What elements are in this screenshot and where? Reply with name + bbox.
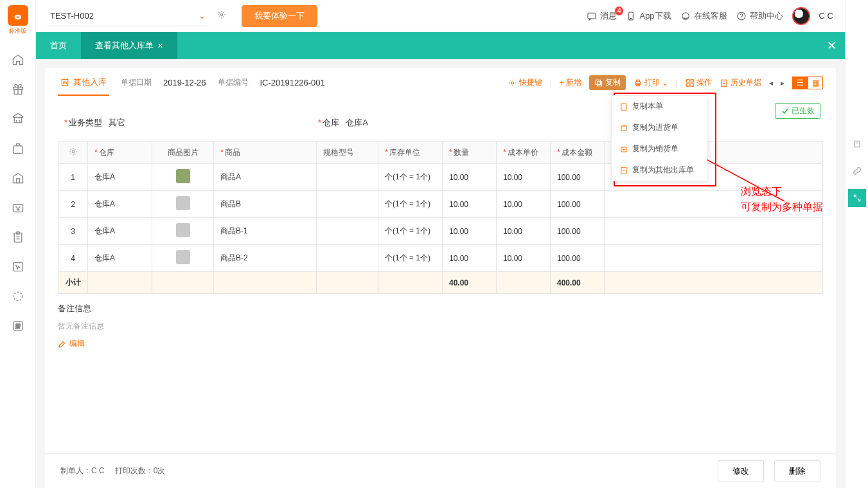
svg-rect-23 (637, 84, 640, 86)
product-thumb (176, 223, 190, 237)
modify-button[interactable]: 修改 (718, 460, 764, 482)
svg-rect-20 (596, 80, 600, 84)
subtotal-row: 小计 40.00 400.00 (58, 272, 823, 294)
status-badge: 已生效 (775, 103, 820, 119)
nav-home-icon[interactable] (8, 50, 28, 69)
svg-rect-29 (621, 104, 626, 110)
remark-empty: 暂无备注信息 (58, 321, 823, 332)
product-thumb (176, 250, 190, 264)
tab-current[interactable]: 查看其他入库单 ✕ (81, 32, 177, 59)
svg-rect-19 (598, 81, 602, 86)
dd-copy-this[interactable]: 复制本单 (612, 96, 707, 117)
svg-rect-12 (588, 13, 596, 19)
col-unit: 库存单位 (389, 148, 420, 157)
col-cost: 成本金额 (562, 148, 592, 157)
nav-bag-icon[interactable] (8, 139, 28, 158)
messages-link[interactable]: 消息 4 (587, 10, 617, 22)
doc-title: 其他入库 (73, 77, 107, 88)
org-name: TEST-H002 (50, 11, 94, 21)
table-row[interactable]: 1仓库A商品A个(1个 = 1个)10.0010.00100.00 (58, 164, 823, 191)
gear-icon[interactable] (217, 10, 226, 21)
svg-text:新: 新 (15, 323, 21, 329)
col-gear[interactable] (58, 142, 88, 164)
no-value: IC-20191226-001 (260, 78, 325, 87)
ops-action[interactable]: 操作 (686, 77, 712, 88)
dd-copy-sales[interactable]: 复制为销货单 (612, 138, 707, 159)
annotation-text: 浏览态下 可复制为多种单据 (741, 184, 823, 215)
nav-new-icon[interactable]: 新 (8, 316, 28, 336)
user-name: C C (819, 11, 833, 21)
help-link[interactable]: 帮助中心 (736, 10, 783, 22)
nav-warehouse-icon[interactable] (8, 168, 28, 188)
document-card: 其他入库 单据日期 2019-12-26 单据编号 IC-20191226-00… (45, 68, 836, 453)
wh-value: 仓库A (346, 117, 368, 129)
no-label: 单据编号 (218, 77, 249, 88)
logo-icon: ⴰ (8, 5, 28, 26)
copy-dropdown: 复制本单 复制为进货单 复制为销货单 复制为其他出库单 (611, 95, 707, 181)
svg-rect-30 (621, 126, 626, 131)
table-row[interactable]: 3仓库A商品B-1个(1个 = 1个)10.0010.00100.00 (58, 218, 823, 245)
svg-point-14 (631, 18, 632, 19)
avatar[interactable] (792, 7, 810, 25)
date-label: 单据日期 (121, 77, 152, 88)
nav-clipboard-icon[interactable] (8, 228, 28, 247)
doc-type-tab[interactable]: 其他入库 (58, 70, 109, 96)
org-selector[interactable]: TEST-H002 ⌄ (48, 6, 208, 26)
product-thumb (176, 169, 190, 183)
app-download-link[interactable]: App下载 (626, 10, 671, 22)
creator-label: 制单人： (60, 466, 91, 475)
creator: C C (91, 466, 105, 475)
col-wh: 仓库 (99, 148, 114, 157)
nav-sync-icon[interactable] (8, 287, 28, 306)
messages-badge: 4 (615, 6, 624, 15)
support-link[interactable]: 在线客服 (680, 10, 727, 22)
svg-rect-24 (687, 79, 689, 82)
nav-money-icon[interactable] (8, 198, 28, 217)
col-qty: 数量 (454, 148, 469, 157)
col-prod: 商品 (225, 148, 240, 157)
dock-link-icon[interactable] (848, 162, 866, 180)
tabs-close-all[interactable]: ✕ (818, 32, 845, 59)
nav-building-icon[interactable] (8, 109, 28, 129)
table-row[interactable]: 4仓库A商品B-2个(1个 = 1个)10.0010.00100.00 (58, 245, 823, 272)
tab-close-icon[interactable]: ✕ (157, 42, 163, 50)
dock-expand-icon[interactable] (848, 189, 866, 207)
tab-home[interactable]: 首页 (36, 32, 81, 59)
edit-remark-link[interactable]: 编辑 (58, 338, 85, 349)
items-table: *仓库 商品图片 *商品 规格型号 *库存单位 *数量 *成本单价 *成本金额 … (58, 141, 823, 294)
shortcut-action[interactable]: 快捷键 (508, 77, 542, 88)
svg-rect-3 (16, 179, 19, 183)
col-spec: 规格型号 (317, 142, 378, 164)
svg-rect-36 (854, 141, 859, 147)
add-action[interactable]: + 新增 (560, 77, 581, 88)
product-thumb (176, 196, 190, 210)
dd-copy-purchase[interactable]: 复制为进货单 (612, 117, 707, 138)
svg-point-8 (13, 292, 22, 300)
nav-report-icon[interactable] (8, 257, 28, 276)
svg-point-11 (220, 14, 223, 16)
svg-point-18 (511, 82, 514, 84)
dd-copy-other-out[interactable]: 复制为其他出库单 (612, 159, 707, 181)
copy-action[interactable]: 复制 (589, 75, 626, 90)
next-doc[interactable]: ▸ (781, 78, 784, 87)
app-label: App下载 (639, 10, 671, 22)
sum-cost: 400.00 (551, 272, 605, 294)
view-toggle: ☰ ▦ (792, 77, 823, 89)
try-button[interactable]: 我要体验一下 (242, 5, 317, 27)
topbar: TEST-H002 ⌄ 我要体验一下 消息 4 App下载 在线客服 帮助中心 (36, 0, 845, 32)
delete-button[interactable]: 删除 (774, 460, 820, 482)
view-list[interactable]: ☰ (792, 77, 808, 89)
view-grid[interactable]: ▦ (808, 77, 823, 89)
nav-gift-icon[interactable] (8, 80, 28, 99)
col-price: 成本单价 (508, 148, 538, 157)
print-label: 打印次数： (115, 466, 154, 475)
prev-doc[interactable]: ◂ (769, 78, 773, 87)
print-action[interactable]: 打印 ⌄ (633, 77, 668, 88)
sidebar: ⴰ 标准版 新 (0, 0, 36, 488)
sum-qty: 40.00 (443, 272, 497, 294)
right-dock (845, 0, 868, 488)
dock-note-icon[interactable] (848, 135, 866, 153)
svg-rect-25 (691, 79, 693, 82)
table-row[interactable]: 2仓库A商品B个(1个 = 1个)10.0010.00100.00 (58, 191, 823, 218)
history-action[interactable]: 历史单据 (720, 77, 761, 88)
